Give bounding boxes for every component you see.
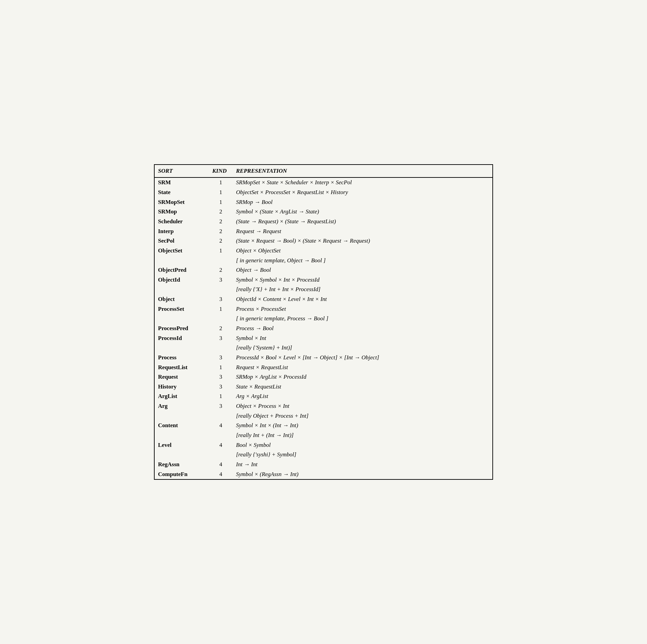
- repr-cell: Object × ObjectSet: [233, 246, 492, 256]
- header-sort: SORT: [155, 165, 209, 178]
- continuation-row: [really Int + (Int → Int)]: [155, 431, 492, 440]
- kind-cell: 2: [209, 227, 233, 236]
- kind-cell-empty: [209, 431, 233, 440]
- sort-cell-empty: [155, 256, 209, 266]
- kind-cell-empty: [209, 411, 233, 421]
- sort-kind-repr-table: SORT KIND REPRESENTATION SRM1SRMopSet × …: [155, 165, 492, 479]
- repr-cell: Symbol × Int: [233, 334, 492, 343]
- sort-cell-empty: [155, 411, 209, 421]
- kind-cell: 1: [209, 304, 233, 314]
- repr-cell: Object → Bool: [233, 265, 492, 275]
- table-row: SecPol2(State × Request → Bool) × (State…: [155, 236, 492, 246]
- kind-cell: 1: [209, 188, 233, 197]
- sort-cell: ProcessPred: [155, 324, 209, 334]
- repr-cell: SRMopSet × State × Scheduler × Interp × …: [233, 177, 492, 188]
- continuation-cell: [ in generic template, Object → Bool ]: [233, 256, 492, 266]
- kind-cell: 2: [209, 207, 233, 217]
- sort-cell: ObjectId: [155, 275, 209, 285]
- table-row: RegAssn4Int → Int: [155, 460, 492, 470]
- kind-cell: 3: [209, 372, 233, 382]
- sort-cell: History: [155, 382, 209, 392]
- table-row: History3State × RequestList: [155, 382, 492, 392]
- page-container: SORT KIND REPRESENTATION SRM1SRMopSet × …: [154, 164, 493, 480]
- repr-cell: Process × ProcessSet: [233, 304, 492, 314]
- repr-cell: Request × RequestList: [233, 363, 492, 373]
- repr-cell: Symbol × (RegAssn → Int): [233, 470, 492, 479]
- kind-cell: 1: [209, 177, 233, 188]
- continuation-cell: [really {'syshi} + Symbol]: [233, 450, 492, 460]
- continuation-row: [really {'syshi} + Symbol]: [155, 450, 492, 460]
- table-row: SRMop2Symbol × (State × ArgList → State): [155, 207, 492, 217]
- repr-cell: State × RequestList: [233, 382, 492, 392]
- repr-cell: (State × Request → Bool) × (State × Requ…: [233, 236, 492, 246]
- sort-cell: RequestList: [155, 363, 209, 373]
- sort-cell: ObjectPred: [155, 265, 209, 275]
- sort-cell: SRMopSet: [155, 197, 209, 207]
- continuation-row: [ in generic template, Process → Bool ]: [155, 314, 492, 324]
- table-row: Interp2Request → Request: [155, 227, 492, 236]
- continuation-cell: [really Object + Process + Int]: [233, 411, 492, 421]
- kind-cell: 1: [209, 392, 233, 401]
- header-kind: KIND: [209, 165, 233, 178]
- table-body: SRM1SRMopSet × State × Scheduler × Inter…: [155, 177, 492, 479]
- kind-cell: 3: [209, 275, 233, 285]
- kind-cell: 1: [209, 363, 233, 373]
- kind-cell: 2: [209, 265, 233, 275]
- sort-cell: ProcessSet: [155, 304, 209, 314]
- sort-cell: ProcessId: [155, 334, 209, 343]
- sort-cell-empty: [155, 285, 209, 295]
- sort-cell: Scheduler: [155, 217, 209, 227]
- sort-cell-empty: [155, 431, 209, 440]
- repr-cell: Int → Int: [233, 460, 492, 470]
- sort-cell: ComputeFn: [155, 470, 209, 479]
- sort-cell: Object: [155, 295, 209, 304]
- sort-cell: RegAssn: [155, 460, 209, 470]
- table-row: Object3ObjectId × Content × Level × Int …: [155, 295, 492, 304]
- sort-cell: Interp: [155, 227, 209, 236]
- table-row: ArgList1Arg × ArgList: [155, 392, 492, 401]
- repr-cell: (State → Request) × (State → RequestList…: [233, 217, 492, 227]
- table-row: SRM1SRMopSet × State × Scheduler × Inter…: [155, 177, 492, 188]
- table-row: Scheduler2(State → Request) × (State → R…: [155, 217, 492, 227]
- table-row: ComputeFn4Symbol × (RegAssn → Int): [155, 470, 492, 479]
- kind-cell-empty: [209, 285, 233, 295]
- kind-cell: 4: [209, 421, 233, 431]
- repr-cell: Symbol × Int × (Int → Int): [233, 421, 492, 431]
- table-row: RequestList1Request × RequestList: [155, 363, 492, 373]
- table-header-row: SORT KIND REPRESENTATION: [155, 165, 492, 178]
- sort-cell: ArgList: [155, 392, 209, 401]
- kind-cell: 3: [209, 401, 233, 411]
- continuation-cell: [really Int + (Int → Int)]: [233, 431, 492, 440]
- sort-cell-empty: [155, 314, 209, 324]
- continuation-row: [really Object + Process + Int]: [155, 411, 492, 421]
- table-row: Request3SRMop × ArgList × ProcessId: [155, 372, 492, 382]
- repr-cell: ProcessId × Bool × Level × [Int → Object…: [233, 353, 492, 363]
- kind-cell: 4: [209, 470, 233, 479]
- kind-cell: 1: [209, 246, 233, 256]
- kind-cell: 2: [209, 236, 233, 246]
- kind-cell: 3: [209, 334, 233, 343]
- table-row: SRMopSet1SRMop → Bool: [155, 197, 492, 207]
- kind-cell: 4: [209, 460, 233, 470]
- continuation-cell: [ in generic template, Process → Bool ]: [233, 314, 492, 324]
- sort-cell: Request: [155, 372, 209, 382]
- kind-cell: 3: [209, 295, 233, 304]
- table-row: Content4Symbol × Int × (Int → Int): [155, 421, 492, 431]
- table-row: ProcessId3Symbol × Int: [155, 334, 492, 343]
- repr-cell: SRMop → Bool: [233, 197, 492, 207]
- table-row: Process3ProcessId × Bool × Level × [Int …: [155, 353, 492, 363]
- header-repr: REPRESENTATION: [233, 165, 492, 178]
- table-row: ProcessSet1Process × ProcessSet: [155, 304, 492, 314]
- repr-cell: Symbol × (State × ArgList → State): [233, 207, 492, 217]
- continuation-row: [ in generic template, Object → Bool ]: [155, 256, 492, 266]
- sort-cell: Process: [155, 353, 209, 363]
- kind-cell-empty: [209, 450, 233, 460]
- sort-cell: Arg: [155, 401, 209, 411]
- repr-cell: Symbol × Symbol × Int × ProcessId: [233, 275, 492, 285]
- sort-cell-empty: [155, 450, 209, 460]
- kind-cell: 1: [209, 197, 233, 207]
- table-row: ObjectSet1Object × ObjectSet: [155, 246, 492, 256]
- continuation-row: [really {'System} + Int)]: [155, 343, 492, 353]
- kind-cell: 4: [209, 440, 233, 450]
- kind-cell: 2: [209, 217, 233, 227]
